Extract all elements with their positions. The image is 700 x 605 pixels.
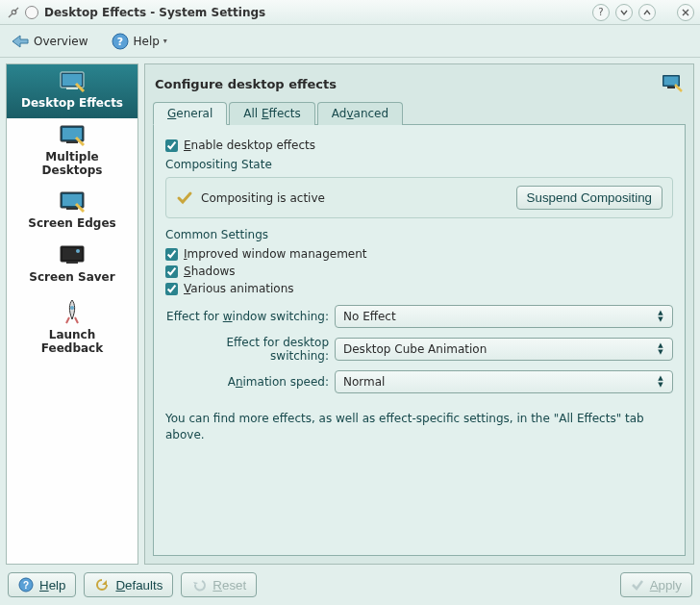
monitor-wrench-icon bbox=[57, 70, 88, 95]
sidebar-item-multiple-desktops[interactable]: MultipleDesktops bbox=[7, 118, 138, 186]
sidebar-item-launch-feedback[interactable]: LaunchFeedback bbox=[7, 292, 138, 364]
desktop-switch-label: Effect for desktop switching: bbox=[165, 336, 329, 363]
shadows-checkbox[interactable]: Shadows bbox=[165, 265, 673, 278]
help-button[interactable]: ? Help bbox=[8, 572, 76, 597]
toolbar: Overview ? Help ▾ bbox=[0, 25, 700, 58]
window-switch-combo[interactable]: No Effect ▲▼ bbox=[335, 305, 673, 328]
improved-window-checkbox[interactable]: Improved window management bbox=[165, 247, 673, 261]
enable-effects-input[interactable] bbox=[165, 139, 178, 152]
svg-text:?: ? bbox=[116, 36, 122, 48]
undo-icon bbox=[191, 577, 207, 592]
help-titlebar-button[interactable]: ? bbox=[592, 4, 610, 21]
window: Desktop Effects - System Settings ? Over… bbox=[0, 0, 700, 605]
svg-text:?: ? bbox=[23, 580, 29, 591]
sidebar-item-label: Screen Saver bbox=[11, 271, 134, 285]
svg-rect-11 bbox=[66, 208, 78, 210]
fieldset-legend: Common Settings bbox=[165, 228, 673, 241]
fieldset-legend: Compositing State bbox=[165, 158, 673, 171]
tabbar: General All Effects Advanced bbox=[153, 101, 686, 125]
app-tools-icon bbox=[6, 5, 21, 20]
sidebar-item-screen-edges[interactable]: Screen Edges bbox=[7, 185, 138, 239]
defaults-button[interactable]: Defaults bbox=[84, 572, 173, 597]
rocket-icon bbox=[60, 298, 85, 327]
help-icon: ? bbox=[111, 32, 130, 51]
monitor-wrench-icon bbox=[57, 124, 88, 149]
svg-rect-15 bbox=[66, 262, 78, 264]
sidebar-item-label: MultipleDesktops bbox=[11, 151, 134, 178]
sidebar-item-desktop-effects[interactable]: Desktop Effects bbox=[7, 64, 138, 118]
overview-button[interactable]: Overview bbox=[8, 30, 97, 53]
checkmark-icon bbox=[176, 189, 193, 207]
close-button[interactable] bbox=[677, 4, 694, 21]
effect-form: Effect for window switching: No Effect ▲… bbox=[165, 305, 673, 393]
window-title: Desktop Effects - System Settings bbox=[44, 6, 592, 19]
refresh-icon bbox=[94, 577, 110, 592]
screensaver-icon bbox=[57, 244, 88, 269]
tab-all-effects[interactable]: All Effects bbox=[229, 102, 315, 125]
maximize-button[interactable] bbox=[638, 4, 656, 21]
tab-general[interactable]: General bbox=[153, 102, 227, 125]
sidebar-item-label: LaunchFeedback bbox=[11, 329, 134, 356]
animation-speed-combo[interactable]: Normal ▲▼ bbox=[335, 370, 673, 393]
back-arrow-icon bbox=[11, 34, 30, 49]
overview-label: Overview bbox=[34, 35, 88, 48]
improved-window-input[interactable] bbox=[165, 248, 178, 261]
help-icon: ? bbox=[18, 577, 34, 592]
compositing-status-row: Compositing is active Suspend Compositin… bbox=[165, 177, 673, 218]
combo-value: No Effect bbox=[343, 310, 396, 323]
monitor-wrench-icon bbox=[57, 190, 88, 215]
svg-rect-4 bbox=[62, 74, 82, 86]
svg-rect-18 bbox=[664, 77, 679, 86]
common-settings-fieldset: Common Settings Improved window manageme… bbox=[165, 228, 673, 443]
reset-button: Reset bbox=[181, 572, 257, 597]
compositing-status-text: Compositing is active bbox=[201, 191, 325, 205]
svg-rect-5 bbox=[66, 88, 78, 89]
sidebar-item-label: Screen Edges bbox=[11, 217, 134, 231]
spinner-icon: ▲▼ bbox=[653, 310, 668, 323]
svg-rect-19 bbox=[667, 87, 675, 88]
content-panel: Configure desktop effects General All Ef… bbox=[144, 63, 694, 565]
sidebar-item-screen-saver[interactable]: Screen Saver bbox=[7, 239, 138, 292]
titlebar-buttons: ? bbox=[592, 4, 694, 21]
dropdown-arrow-icon: ▾ bbox=[163, 37, 167, 45]
tab-content-general: Enable desktop effects Compositing State… bbox=[153, 125, 686, 556]
svg-rect-8 bbox=[66, 141, 78, 143]
apply-button: Apply bbox=[620, 572, 692, 597]
page-title: Configure desktop effects bbox=[155, 77, 337, 91]
svg-point-16 bbox=[70, 306, 74, 310]
animations-input[interactable] bbox=[165, 283, 178, 295]
compositing-fieldset: Compositing State Compositing is active … bbox=[165, 158, 673, 218]
combo-value: Desktop Cube Animation bbox=[343, 342, 487, 356]
spinner-icon: ▲▼ bbox=[653, 342, 668, 356]
animation-speed-label: Animation speed: bbox=[165, 375, 329, 389]
hint-text: You can find more effects, as well as ef… bbox=[165, 411, 673, 443]
sidebar: Desktop Effects MultipleDesktops Screen … bbox=[6, 63, 138, 565]
animations-checkbox[interactable]: Various animations bbox=[165, 282, 673, 295]
svg-rect-7 bbox=[62, 128, 82, 139]
sidebar-item-label: Desktop Effects bbox=[11, 97, 134, 111]
window-switch-label: Effect for window switching: bbox=[165, 310, 329, 323]
titlebar-menu-icon[interactable] bbox=[25, 6, 38, 19]
minimize-button[interactable] bbox=[615, 4, 633, 21]
shadows-input[interactable] bbox=[165, 265, 178, 278]
tab-advanced[interactable]: Advanced bbox=[317, 102, 403, 125]
titlebar: Desktop Effects - System Settings ? bbox=[0, 0, 700, 25]
footer: ? Help Defaults Reset Apply bbox=[0, 565, 700, 605]
enable-effects-checkbox[interactable]: Enable desktop effects bbox=[165, 139, 673, 152]
body: Desktop Effects MultipleDesktops Screen … bbox=[0, 58, 700, 565]
spinner-icon: ▲▼ bbox=[653, 375, 668, 389]
combo-value: Normal bbox=[343, 375, 385, 389]
svg-rect-10 bbox=[62, 194, 82, 206]
suspend-compositing-button[interactable]: Suspend Compositing bbox=[516, 186, 662, 210]
content-header: Configure desktop effects bbox=[153, 72, 686, 101]
help-menu[interactable]: ? Help ▾ bbox=[111, 32, 167, 51]
help-label: Help bbox=[134, 35, 160, 48]
desktop-switch-combo[interactable]: Desktop Cube Animation ▲▼ bbox=[335, 338, 673, 361]
checkmark-icon bbox=[631, 578, 644, 592]
svg-point-14 bbox=[76, 249, 80, 253]
monitor-wrench-icon bbox=[661, 74, 684, 93]
